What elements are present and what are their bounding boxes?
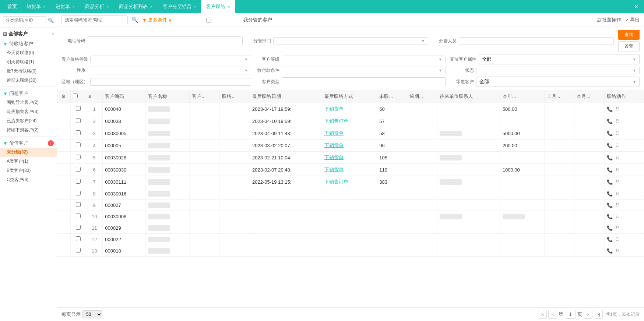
col-code[interactable]: 客户编码 <box>103 90 145 103</box>
method-link[interactable]: 下销货单 <box>324 155 344 160</box>
row-select-checkbox[interactable] <box>76 167 81 172</box>
more-icon[interactable]: ⠿ <box>616 167 619 173</box>
window-close-button[interactable]: × <box>631 3 641 11</box>
tab-home[interactable]: 首页 <box>3 0 21 13</box>
tab-product-analysis-list[interactable]: 商品分析列表 × <box>114 0 157 13</box>
more-icon[interactable]: ⠿ <box>616 119 619 124</box>
tab-product-analysis[interactable]: 商品分析 × <box>80 0 114 13</box>
method-link[interactable]: 下销售订单 <box>324 179 348 184</box>
col-company-contact[interactable]: 往来单位联系人 <box>437 90 500 103</box>
col-name[interactable]: 客户名称 <box>145 90 190 103</box>
filter-dept-select[interactable]: ▼ <box>273 37 428 45</box>
sidebar-item-churned[interactable]: 已流失客户(24) <box>0 116 57 126</box>
tab-product-analysis-close[interactable]: × <box>106 4 109 9</box>
filter-customer-tier-select[interactable]: ▼ <box>282 56 445 63</box>
sidebar-item-class-c[interactable]: C类客户(6) <box>0 175 57 184</box>
row-last-method[interactable]: 下销售订单 <box>322 115 377 127</box>
col-settings[interactable]: ⚙ <box>57 90 70 103</box>
sidebar-item-class-a[interactable]: A类客户(1) <box>0 157 57 166</box>
filter-payment-select[interactable]: ▼ <box>282 67 445 74</box>
reset-button[interactable]: 设置 <box>618 41 640 52</box>
sidebar-item-overdue[interactable]: 逾期未联络(30) <box>0 76 57 85</box>
row-select-checkbox[interactable] <box>76 155 81 159</box>
phone-icon[interactable]: 📞 <box>607 179 613 185</box>
row-last-method[interactable] <box>322 188 377 200</box>
row-last-method[interactable] <box>322 245 377 257</box>
row-checkbox[interactable] <box>70 103 86 115</box>
phone-icon[interactable]: 📞 <box>607 248 613 254</box>
row-checkbox[interactable] <box>70 127 86 140</box>
method-link[interactable]: 下销货单 <box>324 130 344 136</box>
col-type[interactable]: 客户... <box>190 90 220 103</box>
row-checkbox[interactable] <box>70 115 86 127</box>
phone-icon[interactable]: 📞 <box>607 167 613 173</box>
more-icon[interactable]: ⠿ <box>616 106 619 112</box>
row-select-checkbox[interactable] <box>76 130 81 135</box>
col-not-contacted[interactable]: 未联... <box>377 90 407 103</box>
tab-sales[interactable]: 销货单 × <box>21 0 50 13</box>
row-checkbox[interactable] <box>70 140 86 152</box>
col-last-month[interactable]: 上月... <box>544 90 574 103</box>
tab-purchase[interactable]: 进货单 × <box>50 0 80 13</box>
row-last-method[interactable] <box>322 200 377 211</box>
filter-phone-input[interactable] <box>88 36 243 45</box>
sidebar-item-today[interactable]: 今天待联络(0) <box>0 48 57 57</box>
select-all-checkbox[interactable] <box>73 94 78 98</box>
row-last-method[interactable] <box>322 234 377 245</box>
row-checkbox[interactable] <box>70 200 86 211</box>
sidebar-item-7days[interactable]: 近7天待联络(0) <box>0 67 57 76</box>
search-input[interactable] <box>61 15 128 24</box>
prev-page-button[interactable]: < <box>548 310 557 319</box>
settings-icon[interactable]: ⚙ <box>61 94 66 99</box>
my-customers-checkbox[interactable] <box>176 18 242 22</box>
tab-customer-tier-close[interactable]: × <box>194 4 196 9</box>
sidebar-collapse-icon[interactable]: « <box>52 32 54 36</box>
more-conditions-button[interactable]: ▼ 更多条件 ∧ <box>142 17 172 23</box>
query-button[interactable]: 查询 <box>618 30 640 40</box>
row-checkbox[interactable] <box>70 164 86 176</box>
phone-icon[interactable]: 📞 <box>607 143 613 148</box>
export-button[interactable]: ↗ 导出 <box>625 17 640 23</box>
more-icon[interactable]: ⠿ <box>616 237 619 242</box>
filter-region-select[interactable]: ··· <box>90 78 251 86</box>
sidebar-item-ungrouped[interactable]: 未分组(32) <box>0 148 57 157</box>
phone-icon[interactable]: 📞 <box>607 131 613 136</box>
row-checkbox[interactable] <box>70 176 86 188</box>
tab-customer-contact[interactable]: 客户联络 × <box>201 0 235 13</box>
more-icon[interactable]: ⠿ <box>616 202 619 208</box>
more-icon[interactable]: ⠿ <box>616 248 619 254</box>
tab-product-analysis-list-close[interactable]: × <box>150 4 152 9</box>
row-last-method[interactable]: 下销货单 <box>322 164 377 176</box>
col-contact[interactable]: 联络... <box>220 90 250 103</box>
row-checkbox[interactable] <box>70 211 86 222</box>
filter-manager-input[interactable]: ··· <box>459 37 614 45</box>
sidebar-all-customers[interactable]: ⊞ 全部客户 « <box>0 28 57 39</box>
row-last-method[interactable] <box>322 222 377 234</box>
sidebar-item-class-b[interactable]: B类客户(33) <box>0 166 57 175</box>
row-select-checkbox[interactable] <box>76 236 81 241</box>
row-checkbox[interactable] <box>70 234 86 245</box>
phone-icon[interactable]: 📞 <box>607 202 613 208</box>
filter-scattered-select[interactable]: 全部 ▼ <box>476 77 640 87</box>
row-select-checkbox[interactable] <box>76 191 81 195</box>
method-link[interactable]: 下销货单 <box>324 167 344 172</box>
row-select-checkbox[interactable] <box>76 179 81 184</box>
sidebar-search-input[interactable] <box>3 16 46 24</box>
search-button[interactable]: 🔍 <box>131 17 138 23</box>
sidebar-search-icon[interactable]: 🔍 <box>48 18 54 23</box>
row-last-method[interactable]: 下销货单 <box>322 103 377 115</box>
filter-customer-type-input[interactable] <box>282 77 445 86</box>
sidebar-item-hoarding[interactable]: 囤购异常客户(2) <box>0 98 57 107</box>
more-icon[interactable]: ⠿ <box>616 131 619 136</box>
col-last-date[interactable]: 最后联络日期 <box>250 90 322 103</box>
method-link[interactable]: 下销货单 <box>324 142 344 148</box>
batch-ops-button[interactable]: ☑ 批量操作 <box>597 17 621 23</box>
row-select-checkbox[interactable] <box>76 248 81 253</box>
row-select-checkbox[interactable] <box>76 118 81 123</box>
phone-icon[interactable]: 📞 <box>607 237 613 242</box>
phone-icon[interactable]: 📞 <box>607 191 613 197</box>
sidebar-item-tomorrow[interactable]: 明天待联络(1) <box>0 57 57 67</box>
phone-icon[interactable]: 📞 <box>607 214 613 219</box>
first-page-button[interactable]: |< <box>538 310 547 319</box>
phone-icon[interactable]: 📞 <box>607 225 613 231</box>
